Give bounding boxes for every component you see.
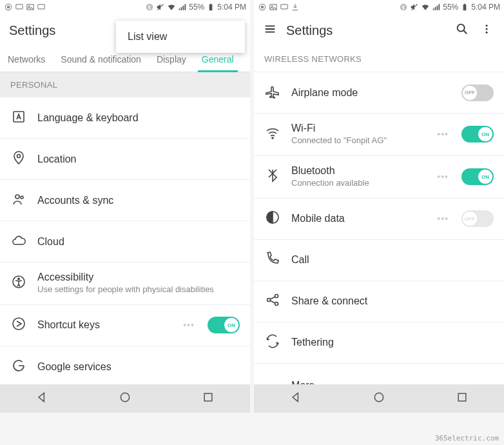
status-icon-wifi — [167, 3, 176, 12]
svg-rect-9 — [210, 4, 211, 5]
toggle-wifi[interactable]: ON — [461, 126, 494, 143]
svg-point-1 — [7, 6, 10, 8]
accounts-icon — [11, 192, 26, 210]
svg-point-31 — [486, 32, 488, 34]
cloud-icon — [11, 233, 26, 251]
page-title: Settings — [286, 23, 333, 38]
svg-point-29 — [486, 25, 488, 26]
status-icon-bluetooth — [399, 3, 408, 12]
header: Settings — [254, 14, 504, 46]
status-icon-signal — [178, 3, 187, 12]
nav-home-icon[interactable] — [119, 391, 131, 406]
status-icon-battery — [460, 3, 469, 12]
row-share-connect[interactable]: Share & connect — [254, 281, 504, 322]
row-label: Shortcut keys — [37, 319, 170, 331]
row-label: Wi-Fi — [291, 123, 424, 134]
status-icon-target — [4, 3, 13, 12]
tab-networks[interactable]: Networks — [0, 46, 53, 72]
row-label: Call — [291, 254, 494, 266]
location-icon — [11, 150, 26, 168]
page-title: Settings — [9, 23, 55, 38]
shortcut-icon — [11, 316, 26, 334]
overflow-icon[interactable] — [478, 22, 495, 39]
row-wifi[interactable]: Wi-Fi Connected to "Fonpit AG" ••• ON — [254, 114, 504, 156]
row-accessibility[interactable]: Accessibility Use settings for people wi… — [0, 262, 250, 305]
row-label: Tethering — [291, 337, 494, 348]
row-label: Mobile data — [291, 213, 424, 224]
row-label: Cloud — [37, 236, 240, 248]
wifi-icon — [265, 125, 280, 143]
status-bar: 55% 5:04 PM — [254, 0, 504, 14]
section-wireless-networks: WIRELESS NETWORKS — [254, 46, 504, 72]
status-battery-pct: 55% — [443, 3, 458, 12]
svg-point-16 — [13, 318, 24, 330]
status-icon-image — [269, 3, 278, 12]
tethering-icon — [265, 333, 280, 351]
wireless-list: Airplane mode OFF Wi-Fi Connected to "Fo… — [254, 72, 504, 405]
svg-point-32 — [272, 137, 273, 139]
nav-bar — [0, 384, 250, 413]
row-label: Location — [37, 153, 240, 165]
status-bar: 55% 5:04 PM — [0, 0, 250, 14]
accessibility-icon — [11, 274, 26, 292]
watermark: 365electric.com — [435, 434, 499, 442]
row-cloud[interactable]: Cloud — [0, 221, 250, 262]
status-icon-download — [291, 3, 300, 12]
status-icon-target — [258, 3, 267, 12]
toggle-mobile-data[interactable]: OFF — [461, 210, 494, 227]
row-label: Google services — [37, 361, 240, 373]
section-personal: PERSONAL — [0, 72, 250, 97]
row-google-services[interactable]: Google services — [0, 346, 250, 388]
row-label: Accounts & sync — [37, 195, 240, 206]
status-icon-bluetooth — [145, 3, 154, 12]
row-sublabel: Connection available — [291, 178, 424, 189]
svg-point-17 — [121, 393, 129, 401]
hamburger-icon[interactable] — [263, 22, 277, 39]
svg-point-15 — [18, 279, 19, 280]
more-dots-icon[interactable]: ••• — [180, 320, 197, 330]
status-icon-mute — [156, 3, 165, 12]
row-label: Language & keyboard — [37, 112, 240, 124]
nav-home-icon[interactable] — [373, 391, 385, 406]
toggle-airplane-mode[interactable]: OFF — [461, 84, 494, 101]
svg-rect-26 — [463, 5, 467, 10]
overflow-popup[interactable]: List view — [116, 21, 245, 53]
settings-list: Language & keyboard Location Accounts & … — [0, 97, 250, 388]
nav-recents-icon[interactable] — [456, 391, 469, 406]
row-tethering[interactable]: Tethering — [254, 322, 504, 364]
status-icon-chat — [15, 3, 24, 12]
status-battery-pct: 55% — [189, 3, 204, 12]
screen-left: 55% 5:04 PM Settings List view Networks … — [0, 0, 250, 413]
row-location[interactable]: Location — [0, 139, 250, 180]
popup-item-list-view[interactable]: List view — [128, 31, 167, 43]
row-language-keyboard[interactable]: Language & keyboard — [0, 97, 250, 139]
row-label: Accessibility — [37, 272, 240, 283]
status-icon-chat2 — [37, 3, 46, 12]
call-icon — [265, 251, 280, 269]
google-icon — [11, 358, 26, 376]
row-sublabel: Use settings for people with physical di… — [37, 284, 240, 295]
toggle-bluetooth[interactable]: ON — [461, 168, 494, 185]
status-icon-chat — [280, 3, 289, 12]
row-call[interactable]: Call — [254, 240, 504, 281]
nav-recents-icon[interactable] — [202, 391, 215, 406]
status-time: 5:04 PM — [217, 3, 246, 12]
row-accounts-sync[interactable]: Accounts & sync — [0, 180, 250, 221]
svg-point-11 — [17, 154, 21, 157]
row-airplane-mode[interactable]: Airplane mode OFF — [254, 72, 504, 114]
nav-back-icon[interactable] — [35, 391, 48, 406]
svg-rect-8 — [209, 5, 213, 10]
row-sublabel: Connected to "Fonpit AG" — [291, 135, 424, 146]
more-dots-icon[interactable]: ••• — [434, 213, 451, 224]
search-icon[interactable] — [455, 22, 469, 39]
screen-right: 55% 5:04 PM Settings WIRELESS NETWORKS A… — [254, 0, 504, 413]
row-bluetooth[interactable]: Bluetooth Connection available ••• ON — [254, 156, 504, 199]
more-dots-icon[interactable]: ••• — [434, 172, 451, 182]
toggle-shortcut-keys[interactable]: ON — [208, 317, 240, 333]
row-mobile-data[interactable]: Mobile data ••• OFF — [254, 199, 504, 240]
nav-back-icon[interactable] — [289, 391, 302, 406]
row-shortcut-keys[interactable]: Shortcut keys ••• ON — [0, 305, 250, 346]
more-dots-icon[interactable]: ••• — [434, 129, 451, 139]
bluetooth-icon — [265, 168, 280, 186]
font-icon — [11, 109, 26, 127]
